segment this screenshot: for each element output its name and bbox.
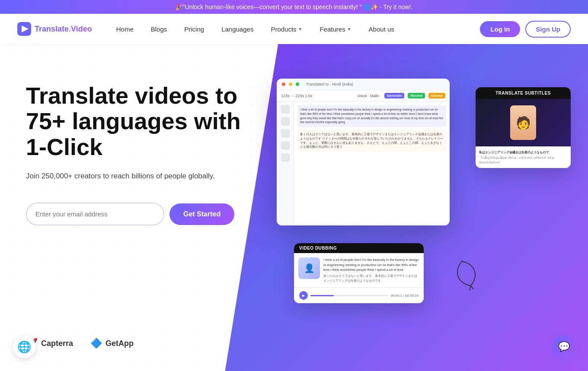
dubbing-avatar: 👤	[298, 257, 320, 279]
mockup-main-content: I think a lot of people don't I'm like b…	[294, 101, 450, 224]
logo-icon	[17, 22, 31, 36]
sidebar-item-5	[281, 153, 290, 162]
play-button[interactable]: ▶	[299, 291, 308, 300]
subtitles-header: TRANSLATE SUBTITLES	[476, 87, 571, 99]
sidebar-item-4	[281, 141, 290, 150]
nav-features[interactable]: Features ▼	[313, 22, 358, 36]
mockup-main: Translated to - Hindi (India) 123s → 223…	[277, 79, 450, 225]
mockup-controls: ◀ ▶ 00:04:1 / 00:09:23	[277, 224, 450, 225]
hero-title: Translate videos to 75+ languages with 1…	[26, 83, 251, 160]
chat-icon: 💬	[558, 341, 570, 352]
english-text-block: I think a lot of people don't I'm like b…	[297, 105, 446, 127]
login-button[interactable]: Log In	[480, 21, 520, 37]
nav-actions: Log In Sign Up	[480, 21, 571, 38]
dubbing-player: ▶ 00:04:1 / 00:09:23	[294, 287, 424, 303]
products-chevron-icon: ▼	[298, 27, 303, 32]
dubbing-text-area: I think a lot of people don't I'm like b…	[323, 257, 419, 283]
nav-links: Home Blogs Pricing Languages Products ▼ …	[109, 22, 480, 36]
dubbing-content: 👤 I think a lot of people don't I'm like…	[294, 253, 424, 287]
nav-home[interactable]: Home	[109, 22, 141, 36]
email-input[interactable]	[26, 203, 164, 225]
subtitles-text: 私はエンジニアリング会議まは生産のようなもので ீவ இருக்கிறது, இ…	[476, 146, 571, 168]
banner-text: 🎉"Unlock human-like voices—convert your …	[176, 3, 413, 10]
email-form: Get Started	[26, 203, 251, 225]
signup-button[interactable]: Sign Up	[525, 21, 571, 38]
top-banner: 🎉"Unlock human-like voices—convert your …	[0, 0, 588, 14]
hero-right: Translated to - Hindi (India) 123s → 223…	[268, 70, 562, 329]
mockup-subtitles: TRANSLATE SUBTITLES 🧑 私はエンジニアリング会議まは生産のよ…	[476, 87, 571, 168]
dot-yellow	[289, 82, 292, 86]
mockup-lang-label: Translated to - Hindi (India)	[306, 82, 353, 86]
upload-badge[interactable]: Upload	[428, 93, 445, 98]
scroll-decoration	[448, 253, 486, 298]
sidebar-item-3	[281, 129, 290, 138]
nav-pricing[interactable]: Pricing	[177, 22, 211, 36]
chat-button[interactable]: 💬	[553, 336, 575, 358]
dubbing-english-text: I think a lot of people don't I'm like b…	[323, 257, 419, 272]
generate-badge[interactable]: Generate	[384, 93, 405, 98]
nav-languages[interactable]: Languages	[214, 22, 260, 36]
globe-icon: 🌐	[17, 340, 31, 354]
badges-section: 🚀 Capterra 🔷 GetApp	[0, 329, 588, 366]
navigation: Translate.Video Home Blogs Pricing Langu…	[0, 14, 588, 44]
dubbing-time: 00:04:1 / 00:09:23	[391, 294, 419, 298]
mockup-toolbar: 123s → 223s 1.0x Voice · Male · Generate…	[277, 90, 450, 101]
hero-section: Translate videos to 75+ languages with 1…	[0, 44, 588, 371]
logo[interactable]: Translate.Video	[17, 22, 92, 36]
hero-subtitle: Join 250,000+ creators to reach billions…	[26, 170, 251, 182]
hero-left: Translate videos to 75+ languages with 1…	[26, 70, 251, 225]
toolbar-timeline: 123s → 223s 1.0x	[281, 94, 313, 98]
dot-red	[282, 82, 285, 86]
globe-button[interactable]: 🌐	[13, 336, 35, 358]
subtitles-video: 🧑	[476, 99, 571, 146]
mockup-body: I think a lot of people don't I'm like b…	[277, 101, 450, 224]
mockup-header: Translated to - Hindi (India)	[277, 79, 450, 90]
nav-products[interactable]: Products ▼	[264, 22, 309, 36]
capterra-label: Capterra	[41, 339, 73, 348]
getapp-icon: 🔷	[90, 338, 102, 349]
record-badge[interactable]: Record	[408, 93, 425, 98]
sidebar-item-2	[281, 117, 290, 126]
features-chevron-icon: ▼	[347, 27, 352, 32]
getapp-badge: 🔷 GetApp	[90, 338, 134, 349]
dubbing-japanese-text: 多くの人はそうではないと思います。基本的に工場でデザインまたはエンジニアリングは…	[323, 274, 419, 283]
logo-text: Translate.Video	[35, 25, 92, 34]
dot-green	[296, 82, 299, 86]
dubbing-progress	[310, 295, 388, 296]
video-person: 🧑	[510, 105, 536, 140]
sidebar-item-1	[281, 105, 290, 114]
japanese-text-block: 多くの人はそうではないと思います。基本的に工場でデザインまたはエンジニアリング会…	[297, 130, 446, 152]
mockup-dubbing: VIDEO DUBBING 👤 I think a lot of people …	[294, 243, 424, 303]
dubbing-header: VIDEO DUBBING	[294, 243, 424, 253]
getapp-label: GetApp	[105, 339, 134, 348]
nav-about[interactable]: About us	[362, 22, 401, 36]
get-started-button[interactable]: Get Started	[169, 203, 234, 225]
hero-content: Translate videos to 75+ languages with 1…	[0, 44, 588, 329]
nav-blogs[interactable]: Blogs	[144, 22, 174, 36]
mockup-sidebar	[277, 101, 294, 224]
